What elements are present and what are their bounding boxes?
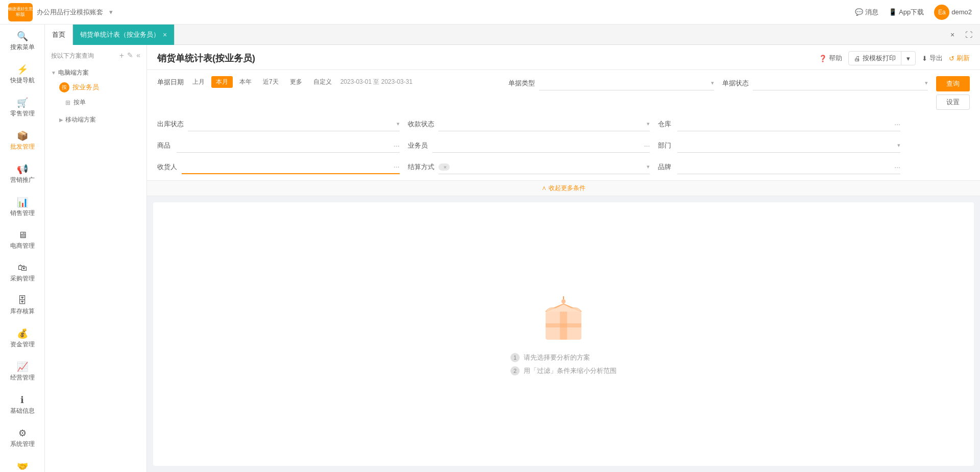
inventory-icon: 🗄	[0, 295, 44, 306]
doc-status-arrow-icon: ▾	[925, 80, 928, 86]
payment-clear-btn[interactable]: ×	[444, 164, 447, 170]
sales-icon: 📊	[0, 197, 44, 208]
filter-doc-status: 单据状态 ▾	[722, 76, 928, 90]
product-dots-icon: ···	[394, 141, 400, 150]
settings-button[interactable]: 设置	[936, 95, 970, 110]
brand-select[interactable]: ···	[677, 160, 900, 174]
warehouse-dots-icon: ···	[894, 120, 900, 128]
filter-row-4: 收货人 ··· 结算方式 ×	[157, 160, 970, 174]
sidebar-item-search-menu[interactable]: 🔍 搜索菜单	[0, 25, 44, 58]
warehouse-label: 仓库	[658, 120, 673, 129]
receiver-label: 收货人	[157, 162, 178, 172]
date-btn-last-month[interactable]: 上月	[188, 76, 209, 88]
date-btn-this-year[interactable]: 本年	[235, 76, 256, 88]
filter-row-2: 出库状态 ▾ 收款状态 ▾	[157, 117, 970, 131]
help-icon: ❓	[819, 55, 827, 62]
date-btn-last-7-days[interactable]: 近7天	[258, 76, 283, 88]
tab-close-btn[interactable]: ×	[163, 31, 167, 39]
collect-status-select[interactable]: ▾	[438, 117, 650, 131]
tab-close-all-btn[interactable]: ×	[945, 28, 960, 42]
filter-row-3: 商品 ··· 业务员 ···	[157, 138, 970, 153]
print-dropdown-btn[interactable]: ▾	[901, 53, 915, 64]
sidebar-item-quick-nav[interactable]: ⚡ 快捷导航	[0, 58, 44, 91]
retail-icon: 🛒	[0, 97, 44, 108]
sidebar-item-operations[interactable]: 📈 经营管理	[0, 355, 44, 388]
refresh-btn[interactable]: ↺ 刷新	[949, 54, 970, 63]
date-filter: 上月 本月 本年 近7天 更多 自定义 2023-03-01 至 2023-03…	[188, 76, 500, 88]
topbar-right: 💬 消息 📱 App下载 Ea demo2	[855, 5, 972, 20]
salesperson-label: 业务员	[408, 141, 428, 150]
purchase-icon: 🛍	[0, 263, 44, 273]
sidebar-item-finance[interactable]: 💰 资金管理	[0, 322, 44, 355]
page-header-actions: ❓ 帮助 🖨 按模板打印 ▾ ⬇ 导出	[819, 51, 970, 65]
filter-out-status: 出库状态 ▾	[157, 117, 400, 131]
warehouse-select[interactable]: ···	[677, 117, 900, 131]
finance-icon: 💰	[0, 328, 44, 339]
product-select[interactable]: ···	[177, 138, 400, 153]
empty-illustration	[533, 289, 594, 345]
dept-select[interactable]: ▾	[677, 138, 900, 153]
action-buttons: 查询 设置	[936, 76, 970, 110]
message-icon: 💬	[855, 8, 863, 16]
add-scheme-btn[interactable]: +	[119, 51, 124, 60]
scheme-group-mobile-title[interactable]: ▶ 移动端方案	[45, 113, 146, 126]
wholesale-icon: 📦	[0, 130, 44, 141]
dept-label: 部门	[658, 141, 673, 150]
filter-collect-status: 收款状态 ▾	[408, 117, 650, 131]
out-status-label: 出库状态	[157, 120, 184, 129]
left-panel: 按以下方案查询 + ✎ « ▼ 电脑端方案 按 按业务员	[45, 45, 147, 472]
out-status-select[interactable]: ▾	[188, 117, 400, 131]
sidebar-item-collab[interactable]: 🤝 企业协同	[0, 455, 44, 472]
system-icon: ⚙	[0, 428, 44, 439]
print-btn[interactable]: 🖨 按模板打印	[849, 52, 901, 65]
ecommerce-icon: 🖥	[0, 230, 44, 241]
avatar: Ea	[934, 5, 949, 20]
date-btn-custom[interactable]: 自定义	[309, 76, 336, 88]
payment-tag: ×	[438, 163, 450, 171]
date-btn-this-month[interactable]: 本月	[211, 76, 233, 88]
right-panel: 销货单统计表(按业务员) ❓ 帮助 🖨 按模板打印 ▾	[147, 45, 980, 472]
sidebar-item-inventory[interactable]: 🗄 库存核算	[0, 289, 44, 322]
sidebar-item-wholesale[interactable]: 📦 批发管理	[0, 124, 44, 157]
sidebar-item-basic[interactable]: ℹ 基础信息	[0, 388, 44, 421]
edit-scheme-btn[interactable]: ✎	[127, 51, 133, 60]
date-label: 单据日期	[157, 78, 184, 87]
brand-label: 品牌	[658, 162, 673, 172]
salesperson-select[interactable]: ···	[432, 138, 650, 153]
doc-type-label: 单据类型	[508, 79, 535, 88]
doc-status-select[interactable]: ▾	[753, 76, 928, 90]
filter-area: 单据日期 上月 本月 本年 近7天 更多 自定义 2023-03-01 至 20…	[147, 70, 980, 181]
scheme-group-desktop: ▼ 电脑端方案 按 按业务员 ⊞ 按单	[45, 64, 146, 111]
scheme-item-by-salesperson[interactable]: 按 按业务员	[45, 79, 146, 96]
tab-sales-stat[interactable]: 销货单统计表（按业务员） ×	[73, 25, 175, 45]
sidebar-item-system[interactable]: ⚙ 系统管理	[0, 421, 44, 455]
sidebar-item-sales[interactable]: 📊 销售管理	[0, 191, 44, 224]
tab-home[interactable]: 首页	[45, 25, 73, 45]
message-btn[interactable]: 💬 消息	[855, 8, 878, 17]
tabbar-actions: × ⛶	[945, 28, 980, 42]
sidebar-item-marketing[interactable]: 📢 营销推广	[0, 157, 44, 191]
scheme-sub-item-by-order[interactable]: ⊞ 按单	[45, 96, 146, 109]
collapse-panel-btn[interactable]: «	[136, 51, 140, 60]
export-btn[interactable]: ⬇ 导出	[922, 54, 943, 63]
sidebar-item-ecommerce[interactable]: 🖥 电商管理	[0, 224, 44, 256]
app-download-btn[interactable]: 📱 App下载	[889, 8, 924, 17]
sidebar-item-retail[interactable]: 🛒 零售管理	[0, 91, 44, 124]
query-button[interactable]: 查询	[936, 76, 970, 91]
doc-status-label: 单据状态	[722, 79, 749, 88]
user-menu[interactable]: Ea demo2	[934, 5, 972, 20]
scheme-sub-icon: ⊞	[65, 99, 70, 106]
payment-arrow-icon: ▾	[647, 163, 650, 170]
tab-expand-btn[interactable]: ⛶	[962, 28, 976, 42]
empty-state: 1 请先选择要分析的方案 2 用「过滤」条件来缩小分析范围	[153, 202, 974, 466]
help-btn[interactable]: ❓ 帮助	[819, 54, 842, 63]
doc-type-select[interactable]: ▾	[539, 76, 714, 90]
receiver-input[interactable]: ···	[182, 160, 400, 174]
scheme-group-desktop-title[interactable]: ▼ 电脑端方案	[45, 66, 146, 79]
topbar-dropdown-icon[interactable]: ▾	[109, 8, 113, 16]
sidebar-item-purchase[interactable]: 🛍 采购管理	[0, 256, 44, 289]
collapse-bar[interactable]: ∧ 收起更多条件	[147, 181, 980, 196]
hint-num-1: 1	[510, 353, 520, 362]
payment-select[interactable]: × ▾	[438, 160, 650, 174]
date-btn-more[interactable]: 更多	[285, 76, 307, 88]
